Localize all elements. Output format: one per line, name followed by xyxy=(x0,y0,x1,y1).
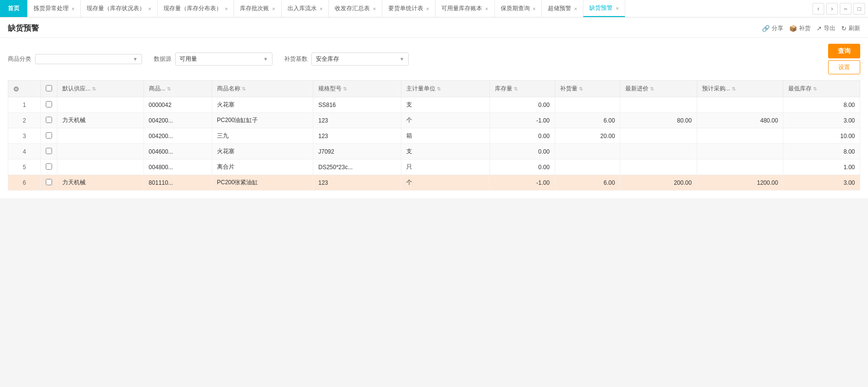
row-min-stock-5: 1.00 xyxy=(783,159,860,175)
tab-batch-account[interactable]: 库存批次账 × xyxy=(234,0,281,17)
col-min-stock: 最低库存 ⇅ xyxy=(783,81,860,97)
tab-inventory-dist-close[interactable]: × xyxy=(225,6,228,12)
tab-available-ledger[interactable]: 可用量库存账本 × xyxy=(435,0,494,17)
row-latest-price-5 xyxy=(620,159,697,175)
tab-overstock-close[interactable]: × xyxy=(574,6,577,12)
tab-batch-account-label: 库存批次账 xyxy=(240,4,269,13)
table-row: 3 004200... 三九 123 箱 0.00 20.00 10.00 xyxy=(8,128,860,144)
refresh-label: 刷新 xyxy=(849,24,860,33)
col-product-name-label: 商品名称 xyxy=(217,85,240,93)
settings-button[interactable]: 设置 xyxy=(828,60,860,74)
row-replenish-qty-6: 6.00 xyxy=(555,175,620,191)
row-stock-qty-3: 0.00 xyxy=(489,128,555,144)
tab-inout-flow[interactable]: 出入库流水 × xyxy=(282,0,329,17)
share-button[interactable]: 🔗 分享 xyxy=(762,24,783,33)
tab-requisition-stat-label: 要货单统计表 xyxy=(388,4,423,13)
row-checkbox-4[interactable] xyxy=(41,144,57,159)
export-button[interactable]: ↗ 导出 xyxy=(816,24,835,33)
replenish-basis-select[interactable]: 安全库存 ▼ xyxy=(311,53,409,66)
row-min-stock-3: 10.00 xyxy=(783,128,860,144)
col-default-supplier-label: 默认供应... xyxy=(62,85,90,93)
row-est-purchase-6: 1200.00 xyxy=(697,175,783,191)
col-replenish-qty: 补货量 ⇅ xyxy=(555,81,620,97)
replenish-button[interactable]: 📦 补货 xyxy=(789,24,811,33)
row-checkbox-5[interactable] xyxy=(41,159,57,175)
col-product-name-sort-icon: ⇅ xyxy=(242,86,246,91)
row-checkbox-2[interactable] xyxy=(41,113,57,128)
tab-expiry-query-label: 保质期查询 xyxy=(501,4,530,13)
row-unit-3: 箱 xyxy=(401,128,489,144)
tab-inout-flow-close[interactable]: × xyxy=(320,6,323,12)
row-product-name-6: PC200张紧油缸 xyxy=(212,175,313,191)
row-replenish-qty-3: 20.00 xyxy=(555,128,620,144)
tab-inventory-status-label: 现存量（库存状况表） xyxy=(87,4,145,13)
row-replenish-qty-2: 6.00 xyxy=(555,113,620,128)
tab-inventory-status-close[interactable]: × xyxy=(148,6,151,12)
page-header: 缺货预警 🔗 分享 📦 补货 ↗ 导出 ↻ 刷新 xyxy=(0,18,868,38)
col-product-code-label: 商品... xyxy=(149,85,165,93)
tab-inventory-dist[interactable]: 现存量（库存分布表） × xyxy=(158,0,234,17)
col-est-purchase-sort-icon: ⇅ xyxy=(732,86,736,91)
category-filter-label: 商品分类 xyxy=(8,55,31,63)
row-checkbox-1[interactable] xyxy=(41,97,57,113)
tab-inventory-status[interactable]: 现存量（库存状况表） × xyxy=(81,0,157,17)
col-est-purchase-label: 预计采购... xyxy=(702,85,730,93)
row-latest-price-2: 80.00 xyxy=(620,113,697,128)
row-stock-qty-2: -1.00 xyxy=(489,113,555,128)
tab-shortage-close[interactable]: × xyxy=(615,5,618,11)
tab-expiry-query-close[interactable]: × xyxy=(533,6,536,12)
filter-area: 商品分类 ▼ 数据源 可用量 ▼ 补货基数 安全库存 ▼ 查询 设置 xyxy=(0,38,868,80)
column-settings-icon[interactable]: ⚙ xyxy=(13,85,19,93)
tab-expiry-query[interactable]: 保质期查询 × xyxy=(495,0,542,17)
replenish-basis-filter-group: 补货基数 安全库存 ▼ xyxy=(284,53,409,66)
row-est-purchase-5 xyxy=(697,159,783,175)
row-spec-4: J7092 xyxy=(313,144,401,159)
tab-requisition-stat[interactable]: 要货单统计表 × xyxy=(382,0,435,17)
row-checkbox-3[interactable] xyxy=(41,128,57,144)
tab-minimize-button[interactable]: ‒ xyxy=(840,3,851,15)
col-unit-label: 主计量单位 xyxy=(406,85,435,93)
action-buttons-group: 查询 设置 xyxy=(828,44,860,74)
tab-receive-summary-close[interactable]: × xyxy=(373,6,376,12)
tab-requisition-stat-close[interactable]: × xyxy=(426,6,429,12)
col-unit-sort-icon: ⇅ xyxy=(437,86,441,91)
table-row: 5 004800... 离合片 DS250*23c... 只 0.00 1.00 xyxy=(8,159,860,175)
tab-overstock[interactable]: 超储预警 × xyxy=(542,0,583,17)
row-spec-1: SS816 xyxy=(313,97,401,113)
tab-receive-summary[interactable]: 收发存汇总表 × xyxy=(329,0,382,17)
col-default-supplier-sort-icon: ⇅ xyxy=(92,86,96,91)
datasource-filter-label: 数据源 xyxy=(154,55,171,63)
query-button[interactable]: 查询 xyxy=(828,44,860,58)
row-replenish-qty-1 xyxy=(555,97,620,113)
row-num-6: 6 xyxy=(8,175,41,191)
category-filter-select[interactable]: ▼ xyxy=(35,54,142,64)
row-product-code-4: 004600... xyxy=(144,144,212,159)
row-product-code-2: 004200... xyxy=(144,113,212,128)
tab-prev-button[interactable]: ‹ xyxy=(813,3,824,15)
col-product-name: 商品名称 ⇅ xyxy=(212,81,313,97)
refresh-button[interactable]: ↻ 刷新 xyxy=(841,24,860,33)
tab-batch-account-close[interactable]: × xyxy=(272,6,275,12)
category-filter-group: 商品分类 ▼ xyxy=(8,54,142,64)
select-all-checkbox[interactable] xyxy=(46,85,52,91)
col-min-stock-sort-icon: ⇅ xyxy=(813,86,817,91)
tab-abnormal-label: 拣货异常处理 xyxy=(34,4,69,13)
replenish-basis-arrow-icon: ▼ xyxy=(399,56,404,62)
tab-shortage[interactable]: 缺货预警 × xyxy=(583,0,625,17)
tab-next-button[interactable]: › xyxy=(826,3,838,15)
row-stock-qty-4: 0.00 xyxy=(489,144,555,159)
tab-abnormal[interactable]: 拣货异常处理 × xyxy=(28,0,81,17)
tab-available-ledger-close[interactable]: × xyxy=(485,6,488,12)
col-replenish-qty-sort-icon: ⇅ xyxy=(579,86,583,91)
tab-overstock-label: 超储预警 xyxy=(548,4,571,13)
tab-nav-buttons: ‹ › ‒ □ xyxy=(812,3,868,15)
row-checkbox-6[interactable] xyxy=(41,175,57,191)
row-est-purchase-3 xyxy=(697,128,783,144)
row-supplier-5 xyxy=(57,159,144,175)
tab-home[interactable]: 首页 xyxy=(0,0,28,17)
replenish-basis-label: 补货基数 xyxy=(284,55,307,63)
datasource-filter-select[interactable]: 可用量 ▼ xyxy=(175,53,272,66)
col-latest-price-sort-icon: ⇅ xyxy=(650,86,654,91)
tab-maximize-button[interactable]: □ xyxy=(853,3,865,15)
tab-abnormal-close[interactable]: × xyxy=(72,6,74,12)
